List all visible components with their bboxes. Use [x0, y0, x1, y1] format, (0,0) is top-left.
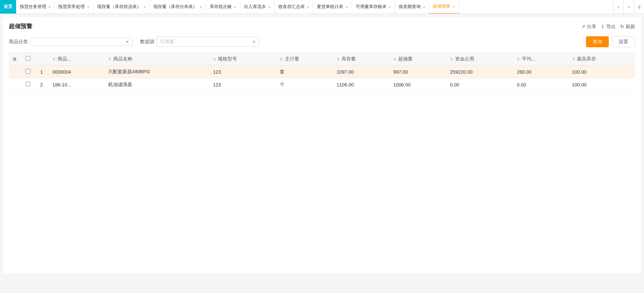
- nav-tab-11-label: 超储预警: [433, 3, 450, 10]
- row-2-gear: [9, 78, 22, 91]
- datasource-filter: 数据源 可用量 ▼: [140, 37, 259, 47]
- col-unit-label: 主计量: [285, 56, 299, 62]
- page-title: 超储预警: [9, 23, 32, 30]
- home-label: 首页: [4, 4, 12, 10]
- nav-tab-3-close[interactable]: ×: [143, 5, 146, 9]
- nav-tab-4[interactable]: 现存量（库存分布表） ×: [150, 0, 206, 14]
- col-max-label: 最高库存: [577, 56, 596, 62]
- table-header-row: ⚙ ⇅ 商品... ⇅ 商品名称 ⇅ 规格型号: [9, 53, 635, 66]
- nav-tab-9-close[interactable]: ×: [389, 5, 391, 9]
- table-row: 1 0000004 六配套新昌490BPG 123 套 1097.00 997.…: [9, 66, 635, 78]
- refresh-label: 刷新: [626, 23, 635, 30]
- nav-tab-11-close[interactable]: ×: [453, 4, 455, 9]
- nav-tab-5-close[interactable]: ×: [234, 5, 236, 9]
- row-2-checkbox-cell[interactable]: [22, 78, 34, 91]
- col-over-header[interactable]: ⇅ 超储量: [389, 53, 446, 66]
- col-spec-header[interactable]: ⇅ 规格型号: [209, 53, 276, 66]
- sort-icon-over: ⇅: [393, 57, 396, 61]
- nav-tab-3-label: 现存量（库存状况表）: [97, 4, 141, 10]
- row-2-unit: 个: [276, 78, 333, 91]
- datasource-label: 数据源: [140, 38, 154, 45]
- nav-tab-10[interactable]: 保质期查询 ×: [395, 0, 429, 14]
- settings-button[interactable]: 设置: [612, 36, 635, 47]
- row-1-capital: 259220.00: [446, 66, 513, 78]
- row-1-product-code: 0000004: [49, 66, 105, 78]
- col-over-label: 超储量: [398, 56, 413, 62]
- nav-tab-9-label: 可用量库存账本: [356, 4, 387, 10]
- select-all-checkbox[interactable]: [26, 56, 30, 61]
- row-1-checkbox-cell[interactable]: [22, 66, 34, 78]
- table-row: 2 186-10... 机油滤清器 123 个 1106.00 1006.00 …: [9, 78, 635, 91]
- nav-tab-4-close[interactable]: ×: [200, 5, 202, 9]
- row-1-stock: 1097.00: [333, 66, 390, 78]
- row-2-over: 1006.00: [389, 78, 446, 91]
- nav-tab-7-label: 收发存汇总表: [278, 4, 305, 10]
- page-header: 超储预警 ↗ 分享 ⇩ 导出 ↻ 刷新: [9, 23, 635, 30]
- nav-tab-5-label: 库存批次账: [210, 4, 232, 10]
- query-button[interactable]: 查询: [586, 36, 609, 47]
- nav-tab-6[interactable]: 出入库流水 ×: [240, 0, 274, 14]
- nav-tab-7-close[interactable]: ×: [307, 5, 309, 9]
- col-max-header[interactable]: ⇅ 最高库存: [568, 53, 635, 66]
- nav-tab-8-close[interactable]: ×: [345, 5, 348, 9]
- datasource-dropdown-icon: ▼: [252, 40, 256, 44]
- row-2-product-name: 机油滤清器: [105, 78, 209, 91]
- sort-icon-max: ⇅: [572, 57, 575, 61]
- col-row-num-header: [34, 53, 49, 66]
- row-2-stock: 1106.00: [333, 78, 390, 91]
- col-product-code-header[interactable]: ⇅ 商品...: [49, 53, 105, 66]
- nav-tab-1[interactable]: 拣货任务管理 ×: [16, 0, 55, 14]
- category-select[interactable]: ▼: [30, 38, 133, 46]
- nav-tab-7[interactable]: 收发存汇总表 ×: [275, 0, 313, 14]
- refresh-button[interactable]: ↻ 刷新: [620, 23, 635, 30]
- filter-buttons: 查询 设置: [586, 36, 635, 47]
- data-table: ⚙ ⇅ 商品... ⇅ 商品名称 ⇅ 规格型号: [9, 52, 635, 91]
- row-1-spec: 123: [209, 66, 276, 78]
- col-settings[interactable]: ⚙: [9, 53, 22, 66]
- nav-tab-5[interactable]: 库存批次账 ×: [206, 0, 240, 14]
- export-button[interactable]: ⇩ 导出: [601, 23, 616, 30]
- nav-tab-1-close[interactable]: ×: [48, 5, 51, 9]
- col-product-name-header[interactable]: ⇅ 商品名称: [105, 53, 209, 66]
- datasource-select[interactable]: 可用量 ▼: [157, 37, 259, 47]
- top-navigation: 首页 拣货任务管理 × 拣货异常处理 × 现存量（库存状况表） × 现存量（库存…: [0, 0, 644, 14]
- row-2-checkbox[interactable]: [26, 82, 30, 86]
- row-1-max: 100.00: [568, 66, 635, 78]
- col-product-name-label: 商品名称: [113, 56, 132, 62]
- col-spec-label: 规格型号: [218, 56, 237, 62]
- nav-prev-button[interactable]: ‹: [613, 0, 623, 14]
- col-product-code-label: 商品...: [58, 56, 71, 62]
- col-avg-header[interactable]: ⇅ 平均...: [513, 53, 568, 66]
- nav-tab-2[interactable]: 拣货异常处理 ×: [55, 0, 93, 14]
- row-1-unit: 套: [276, 66, 333, 78]
- nav-tab-3[interactable]: 现存量（库存状况表） ×: [94, 0, 150, 14]
- nav-tab-11[interactable]: 超储预警 ×: [429, 0, 459, 14]
- share-button[interactable]: ↗ 分享: [581, 23, 596, 30]
- row-2-max: 100.00: [568, 78, 635, 91]
- nav-tab-10-close[interactable]: ×: [423, 5, 425, 9]
- col-checkbox-header[interactable]: [22, 53, 34, 66]
- nav-tab-2-label: 拣货异常处理: [58, 4, 85, 10]
- refresh-icon: ↻: [620, 24, 624, 29]
- row-1-checkbox[interactable]: [26, 69, 30, 74]
- nav-more-button[interactable]: ›|: [634, 0, 644, 14]
- nav-tab-6-close[interactable]: ×: [268, 5, 270, 9]
- share-icon: ↗: [581, 24, 585, 29]
- page-content: 超储预警 ↗ 分享 ⇩ 导出 ↻ 刷新 商品分类 ▼ 数据源: [3, 17, 641, 273]
- nav-tab-home[interactable]: 首页: [0, 0, 16, 14]
- nav-tab-2-close[interactable]: ×: [87, 5, 89, 9]
- category-dropdown-icon: ▼: [125, 40, 129, 44]
- nav-tab-8[interactable]: 要货单统计表 ×: [313, 0, 352, 14]
- col-stock-header[interactable]: ⇅ 库存量: [333, 53, 390, 66]
- col-unit-header[interactable]: ⇅ 主计量: [276, 53, 333, 66]
- row-2-num: 2: [34, 78, 49, 91]
- header-actions: ↗ 分享 ⇩ 导出 ↻ 刷新: [581, 23, 635, 30]
- row-1-avg: 260.00: [513, 66, 568, 78]
- nav-tab-9[interactable]: 可用量库存账本 ×: [352, 0, 395, 14]
- category-filter: 商品分类 ▼: [9, 38, 133, 46]
- col-stock-label: 库存量: [341, 56, 356, 62]
- nav-next-button[interactable]: ›: [623, 0, 634, 14]
- share-label: 分享: [587, 23, 596, 30]
- col-capital-header[interactable]: ⇅ 资金占用: [446, 53, 513, 66]
- sort-icon-stock: ⇅: [337, 57, 340, 61]
